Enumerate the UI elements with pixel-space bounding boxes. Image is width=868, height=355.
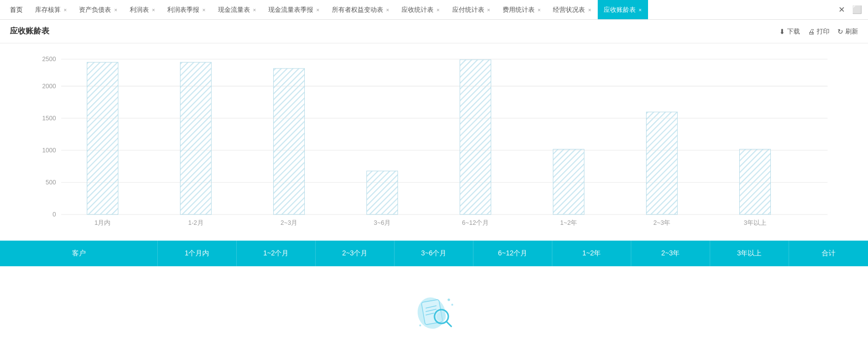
table-col-6: 1~2年 <box>552 241 631 266</box>
svg-rect-13 <box>87 62 118 214</box>
tab-close-expense-stats[interactable]: × <box>538 7 541 13</box>
svg-text:2000: 2000 <box>42 83 56 90</box>
download-icon: ⬇ <box>779 28 785 36</box>
svg-text:6~12个月: 6~12个月 <box>462 219 489 226</box>
svg-text:2~3月: 2~3月 <box>281 219 297 226</box>
table-col-4: 3~6个月 <box>395 241 473 266</box>
tab-equity-change[interactable]: 所有者权益变动表× <box>326 0 396 20</box>
tab-cashflow-quarterly[interactable]: 现金流量表季报× <box>262 0 326 20</box>
tab-label-balance-sheet: 资产负债表 <box>79 5 111 14</box>
refresh-icon: ↻ <box>837 28 843 36</box>
svg-point-35 <box>436 312 446 321</box>
tab-close-balance-sheet[interactable]: × <box>114 7 117 13</box>
table-col-8: 3年以上 <box>710 241 789 266</box>
tab-operation[interactable]: 经营状况表× <box>547 0 597 20</box>
empty-icon <box>409 286 459 335</box>
svg-text:3~6月: 3~6月 <box>374 219 391 226</box>
svg-text:0: 0 <box>52 211 56 218</box>
tab-close-cashflow-quarterly[interactable]: × <box>316 7 319 13</box>
tab-label-profit: 利润表 <box>130 5 149 14</box>
svg-rect-25 <box>647 112 678 214</box>
tab-label-equity-change: 所有者权益变动表 <box>332 5 383 14</box>
print-icon: 🖨 <box>808 28 815 36</box>
main-content: 0 500 1000 1500 2000 2500 <box>0 43 868 355</box>
svg-rect-27 <box>740 149 771 214</box>
svg-text:3年以上: 3年以上 <box>744 219 766 226</box>
tab-label-ar-aging: 应收账龄表 <box>604 5 636 14</box>
tab-balance-sheet[interactable]: 资产负债表× <box>73 0 123 20</box>
table-col-5: 6~12个月 <box>473 241 552 266</box>
tab-label-ap-stats: 应付统计表 <box>452 5 484 14</box>
download-button[interactable]: ⬇ 下载 <box>779 27 800 36</box>
tab-label-profit-quarterly: 利润表季报 <box>167 5 199 14</box>
table-header: 客户1个月内1~2个月2~3个月3~6个月6~12个月1~2年2~3年3年以上合… <box>0 241 868 266</box>
svg-text:2~3年: 2~3年 <box>653 219 670 226</box>
tab-label-operation: 经营状况表 <box>553 5 585 14</box>
refresh-label: 刷新 <box>845 27 858 36</box>
tab-expense-stats[interactable]: 费用统计表× <box>497 0 547 20</box>
tab-profit-quarterly[interactable]: 利润表季报× <box>161 0 212 20</box>
svg-rect-21 <box>460 60 491 214</box>
tab-close-inventory[interactable]: × <box>64 7 67 13</box>
tab-label-ar-stats: 应收统计表 <box>401 5 434 14</box>
tab-close-ap-stats[interactable]: × <box>487 7 490 13</box>
svg-point-38 <box>451 304 453 306</box>
tab-inventory[interactable]: 库存核算× <box>29 0 73 20</box>
tab-home[interactable]: 首页 <box>4 0 29 20</box>
svg-point-39 <box>419 324 421 326</box>
tab-label-expense-stats: 费用统计表 <box>503 5 535 14</box>
tab-close-equity-change[interactable]: × <box>386 7 389 13</box>
table-col-7: 2~3年 <box>631 241 710 266</box>
table-col-3: 2~3个月 <box>316 241 395 266</box>
tab-label-home: 首页 <box>10 5 23 14</box>
tab-label-inventory: 库存核算 <box>35 5 61 14</box>
svg-text:1000: 1000 <box>42 147 56 154</box>
tab-close-ar-aging[interactable]: × <box>639 7 642 13</box>
svg-text:2500: 2500 <box>42 56 56 63</box>
svg-rect-23 <box>553 149 584 214</box>
svg-text:1500: 1500 <box>42 115 56 122</box>
tab-close-profit-quarterly[interactable]: × <box>202 7 205 13</box>
close-window-button[interactable]: ✕ <box>834 3 848 17</box>
page-header: 应收账龄表 ⬇ 下载 🖨 打印 ↻ 刷新 <box>0 20 868 43</box>
chart-area: 0 500 1000 1500 2000 2500 <box>0 43 868 241</box>
table-col-0: 客户 <box>0 241 158 266</box>
table-col-2: 1~2个月 <box>237 241 316 266</box>
tab-close-ar-stats[interactable]: × <box>436 7 439 13</box>
header-actions: ⬇ 下载 🖨 打印 ↻ 刷新 <box>779 27 858 36</box>
svg-rect-15 <box>181 62 212 214</box>
print-label: 打印 <box>817 27 830 36</box>
tab-ap-stats[interactable]: 应付统计表× <box>446 0 497 20</box>
tab-cashflow[interactable]: 现金流量表× <box>212 0 262 20</box>
download-label: 下载 <box>787 27 800 36</box>
svg-text:1~2年: 1~2年 <box>560 219 577 226</box>
tab-label-cashflow: 现金流量表 <box>218 5 250 14</box>
print-button[interactable]: 🖨 打印 <box>808 27 830 36</box>
svg-rect-19 <box>367 171 398 214</box>
tab-close-profit[interactable]: × <box>152 7 155 13</box>
maximize-window-button[interactable]: ⬜ <box>850 3 864 17</box>
empty-illustration <box>409 286 459 335</box>
svg-point-37 <box>448 299 450 301</box>
svg-line-36 <box>446 321 451 326</box>
page-title: 应收账龄表 <box>10 26 49 36</box>
table-col-9: 合计 <box>789 241 868 266</box>
empty-state <box>0 266 868 355</box>
tab-ar-stats[interactable]: 应收统计表× <box>396 0 446 20</box>
tab-close-operation[interactable]: × <box>588 7 591 13</box>
svg-rect-17 <box>274 69 305 214</box>
table-col-1: 1个月内 <box>158 241 237 266</box>
svg-text:500: 500 <box>45 179 56 186</box>
svg-text:1-2月: 1-2月 <box>188 219 203 226</box>
tab-profit[interactable]: 利润表× <box>124 0 161 20</box>
window-actions: ✕ ⬜ <box>834 3 864 17</box>
bar-chart: 0 500 1000 1500 2000 2500 <box>20 53 848 231</box>
refresh-button[interactable]: ↻ 刷新 <box>837 27 858 36</box>
tab-label-cashflow-quarterly: 现金流量表季报 <box>268 5 313 14</box>
tab-close-cashflow[interactable]: × <box>253 7 256 13</box>
tab-bar: 首页库存核算×资产负债表×利润表×利润表季报×现金流量表×现金流量表季报×所有者… <box>0 0 868 20</box>
svg-text:1月内: 1月内 <box>94 219 110 226</box>
tab-ar-aging[interactable]: 应收账龄表× <box>598 0 648 20</box>
